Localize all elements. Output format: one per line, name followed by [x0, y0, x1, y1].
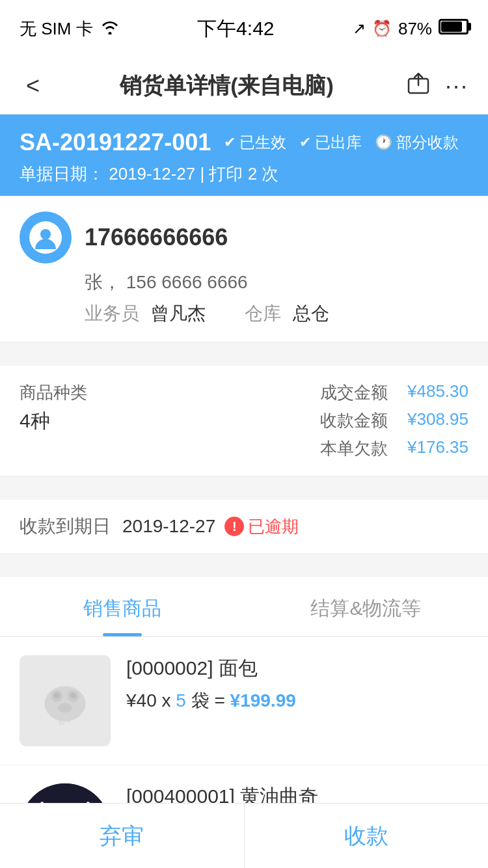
avatar-icon	[29, 221, 62, 254]
svg-point-7	[58, 703, 72, 712]
base-price-1: ¥40	[126, 690, 157, 711]
total-price-1: ¥199.99	[230, 690, 296, 711]
separator: |	[200, 164, 209, 183]
summary-section: 商品种类 4种 成交金额 ¥485.30 收款金额 ¥308.95 本单欠款 ¥…	[0, 366, 488, 476]
abandon-review-button[interactable]: 弃审	[0, 804, 245, 868]
nav-bar: < 销货单详情(来自电脑) ···	[0, 57, 488, 115]
badge-partial-text: 部分收款	[396, 132, 459, 153]
unit-1: 袋	[191, 690, 210, 711]
customer-name-text: 张，	[85, 272, 121, 292]
customer-phone: 17666666666	[85, 224, 228, 251]
battery-percent: 87%	[398, 19, 432, 39]
summary-left: 商品种类 4种	[20, 381, 87, 435]
product-price-1: ¥40 x 5 袋 = ¥199.99	[126, 688, 468, 713]
equals-1: =	[214, 690, 230, 711]
gps-icon: ↗	[353, 20, 366, 38]
sep-1	[0, 342, 488, 354]
customer-section: 17666666666 张， 156 6666 6666 业务员 曾凡杰 仓库 …	[0, 196, 488, 342]
status-bar: 无 SIM 卡 下午4:42 ↗ ⏰ 87%	[0, 0, 488, 57]
received-row: 收款金额 ¥308.95	[320, 409, 468, 432]
product-type-count: 4种	[20, 408, 87, 435]
sep-2	[0, 476, 488, 488]
warehouse-value: 总仓	[293, 303, 329, 323]
banner-row-2: 单据日期： 2019-12-27 | 打印 2 次	[20, 163, 468, 185]
customer-name-row: 17666666666	[20, 211, 468, 264]
deal-amount-row: 成交金额 ¥485.30	[320, 381, 468, 404]
battery-icon	[439, 19, 468, 39]
product-image-placeholder-1: 鲁+	[20, 655, 111, 746]
tab-sales-label: 销售商品	[83, 597, 161, 619]
overdue-badge: ! 已逾期	[224, 515, 299, 538]
product-info-1: [0000002] 面包 ¥40 x 5 袋 = ¥199.99	[126, 655, 468, 713]
salesperson-group: 业务员 曾凡杰	[85, 301, 206, 326]
collect-payment-label: 收款	[344, 821, 388, 851]
svg-point-1	[40, 229, 51, 239]
overdue-text: 已逾期	[248, 515, 299, 538]
warehouse-group: 仓库 总仓	[245, 301, 329, 326]
svg-point-5	[54, 692, 60, 698]
product-name-1: [0000002] 面包	[126, 655, 468, 682]
multiply-1: x	[162, 690, 176, 711]
avatar	[20, 211, 72, 264]
deal-amount-label: 成交金额	[320, 381, 388, 404]
list-item: 鲁+ [0000002] 面包 ¥40 x 5 袋 = ¥199.99	[0, 637, 488, 765]
check-icon-1: ✔	[224, 134, 236, 151]
status-right: ↗ ⏰ 87%	[353, 19, 468, 39]
check-icon-2: ✔	[299, 134, 311, 151]
svg-point-6	[70, 692, 76, 698]
badge-effective: ✔ 已生效	[224, 132, 286, 153]
product-code-1: [0000002]	[126, 657, 213, 679]
deal-amount-value: ¥485.30	[407, 381, 468, 404]
debt-label: 本单欠款	[320, 437, 388, 460]
badge-shipped-text: 已出库	[315, 132, 362, 153]
banner-row-1: SA-20191227-001 ✔ 已生效 ✔ 已出库 🕐 部分收款	[20, 129, 468, 156]
received-value: ¥308.95	[407, 409, 468, 432]
customer-meta-row: 业务员 曾凡杰 仓库 总仓	[85, 301, 468, 326]
debt-value: ¥176.35	[407, 437, 468, 460]
debt-row: 本单欠款 ¥176.35	[320, 437, 468, 460]
collect-payment-button[interactable]: 收款	[245, 804, 489, 868]
badge-partial: 🕐 部分收款	[375, 132, 459, 153]
more-icon[interactable]: ···	[445, 72, 468, 100]
salesperson-label: 业务员	[85, 303, 139, 323]
print-unit: 次	[262, 164, 278, 183]
warehouse-label: 仓库	[245, 303, 281, 323]
due-date: 2019-12-27	[122, 516, 215, 537]
page-title: 销货单详情(来自电脑)	[120, 71, 334, 101]
due-label: 收款到期日	[20, 514, 111, 539]
share-icon[interactable]	[407, 72, 429, 99]
tabs-row: 销售商品 结算&物流等	[0, 577, 488, 636]
time-display: 下午4:42	[197, 16, 274, 42]
date-label: 单据日期：	[20, 164, 104, 183]
tab-sales-products[interactable]: 销售商品	[0, 577, 244, 636]
customer-contact-phone: 156 6666 6666	[126, 272, 248, 292]
product-image-1: 鲁+	[20, 655, 111, 746]
qty-1: 5	[176, 690, 186, 711]
order-id: SA-20191227-001	[20, 129, 211, 156]
alarm-icon: ⏰	[372, 20, 392, 38]
print-label: 打印	[209, 164, 243, 183]
order-header-banner: SA-20191227-001 ✔ 已生效 ✔ 已出库 🕐 部分收款 单据日期：…	[0, 115, 488, 196]
status-left: 无 SIM 卡	[20, 18, 119, 40]
product-title-1: 面包	[219, 657, 258, 679]
wifi-icon	[101, 19, 119, 39]
abandon-review-label: 弃审	[100, 821, 144, 851]
salesperson-value: 曾凡杰	[151, 303, 206, 323]
tab-settlement-label: 结算&物流等	[310, 597, 421, 619]
bottom-bar: 弃审 收款	[0, 803, 488, 868]
received-label: 收款金额	[320, 409, 388, 432]
clock-icon: 🕐	[375, 134, 392, 151]
badge-shipped: ✔ 已出库	[299, 132, 362, 153]
customer-contact: 张， 156 6666 6666	[85, 270, 468, 295]
product-type-label: 商品种类	[20, 381, 87, 404]
nav-actions: ···	[407, 72, 468, 100]
sep-3	[0, 554, 488, 565]
tab-settlement[interactable]: 结算&物流等	[244, 577, 488, 636]
badge-effective-text: 已生效	[239, 132, 286, 153]
summary-right: 成交金额 ¥485.30 收款金额 ¥308.95 本单欠款 ¥176.35	[320, 381, 468, 460]
due-section: 收款到期日 2019-12-27 ! 已逾期	[0, 500, 488, 554]
overdue-icon: !	[224, 517, 244, 536]
back-button[interactable]: <	[20, 66, 46, 106]
svg-text:鲁+: 鲁+	[58, 717, 71, 726]
carrier-text: 无 SIM 卡	[20, 18, 93, 40]
